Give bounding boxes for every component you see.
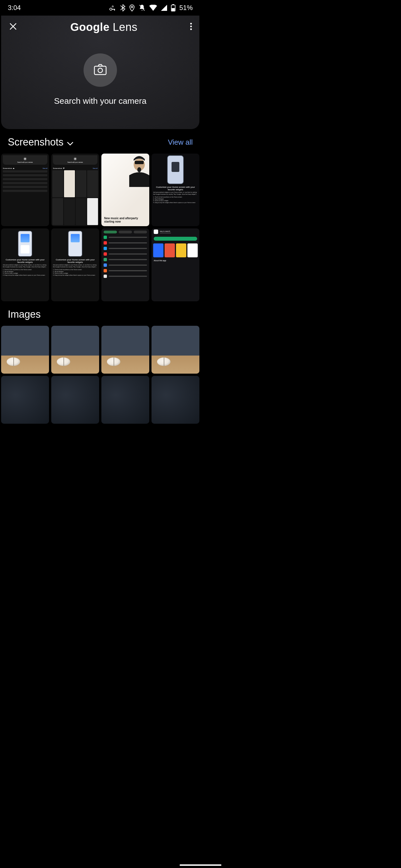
chevron-down-icon [67,136,74,148]
svg-rect-7 [172,4,174,5]
close-button[interactable] [8,22,18,32]
thumb-mini-title: way to search [160,230,197,232]
app-title-bold: Google [70,21,109,33]
screenshots-view-all[interactable]: View all [168,138,193,147]
thumb-mini-steps: 1. Touch & hold anywhere on the Home scr… [51,269,99,276]
thumb-mini-caption: Search with your camera [67,161,83,163]
image-thumb[interactable] [102,326,149,374]
camera-caption: Search with your camera [54,96,146,106]
camera-icon [94,64,107,76]
screenshot-thumb[interactable]: Customize your Home screen with your fav… [151,154,199,226]
dnd-icon [139,4,145,11]
svg-rect-8 [172,8,175,11]
image-thumb[interactable] [1,326,49,374]
svg-point-11 [190,23,192,25]
open-camera-button[interactable] [84,54,117,87]
thumb-mini-body: Add personalized widgets to your Home sc… [151,191,199,195]
screenshots-folder-picker[interactable]: Screenshots [8,136,74,148]
svg-rect-3 [114,9,115,10]
thumb-mini-viewall: View all [93,167,97,169]
thumb-mini-viewall: View all [42,167,47,169]
svg-point-1 [110,8,112,10]
svg-rect-16 [24,158,26,160]
status-bar: 3:04 G 51% [0,0,200,16]
image-thumb[interactable] [151,376,199,424]
wifi-icon [149,5,157,11]
app-title: Google Lens [18,21,190,33]
status-time: 3:04 [8,4,21,12]
thumb-mini-caption: Screenshots [3,167,15,169]
svg-text:G: G [112,5,114,8]
thumb-mini-caption: Customize your Home screen with your fav… [153,186,198,191]
screenshot-thumb[interactable]: New music and afterparty starting now [102,154,149,226]
folder-title: Screenshots [8,136,63,148]
screenshot-thumb[interactable]: Search with your camera Screenshots View… [1,154,49,226]
battery-icon [171,4,175,11]
image-thumb[interactable] [51,376,99,424]
status-right: G 51% [109,4,193,12]
svg-point-15 [98,68,103,72]
images-title: Images [8,309,41,320]
image-thumb[interactable] [151,326,199,374]
screenshot-thumb[interactable] [102,228,149,301]
svg-rect-14 [94,66,106,74]
section-title-text: Images [8,309,41,320]
screenshot-thumb[interactable]: way to search About this app [151,228,199,301]
thumb-mini-caption: Customize your Home screen with your fav… [2,258,48,264]
location-icon [129,4,135,11]
image-thumb[interactable] [51,326,99,374]
images-header: Images [0,301,200,323]
thumb-mini-caption: Customize your Home screen with your fav… [52,258,98,264]
more-button[interactable] [190,23,192,31]
screenshot-thumb[interactable]: Customize your Home screen with your fav… [1,228,49,301]
battery-text: 51% [179,4,193,12]
svg-rect-19 [135,161,144,164]
screenshot-thumb[interactable]: Search with your camera Screenshots View… [51,154,99,226]
app-title-thin: Lens [109,21,137,33]
camera-search-card: Google Lens Search with your camera [1,16,199,129]
thumb-mini-body: Add personalized widgets to your Home sc… [1,264,49,268]
thumb-mini-caption: Screenshots [53,167,65,169]
lens-top-bar: Google Lens [1,17,199,37]
screenshots-header: Screenshots View all [0,129,200,151]
cell-signal-icon [161,5,167,11]
thumb-mini-steps: 1. Touch & hold anywhere on the Home scr… [151,196,199,204]
bluetooth-icon [120,4,125,11]
image-thumb[interactable] [1,376,49,424]
thumb-mini-body: Add personalized widgets to your Home sc… [51,264,99,268]
thumb-mini-caption: Search with your camera [17,161,33,163]
thumb-mini-about: About this app [151,257,199,261]
camera-area: Search with your camera [1,37,199,111]
svg-point-13 [190,28,192,30]
vpn-key-icon: G [109,5,116,11]
screenshots-grid: Search with your camera Screenshots View… [0,151,200,301]
svg-point-4 [131,6,133,8]
screenshot-thumb[interactable]: Customize your Home screen with your fav… [51,228,99,301]
images-grid [0,323,200,424]
image-thumb[interactable] [102,376,149,424]
svg-point-20 [137,167,141,172]
thumb-mini-caption: New music and afterparty starting now [102,215,149,226]
svg-point-12 [190,26,192,27]
svg-rect-17 [74,158,76,160]
thumb-mini-steps: 1. Touch & hold anywhere on the Home scr… [1,269,49,276]
